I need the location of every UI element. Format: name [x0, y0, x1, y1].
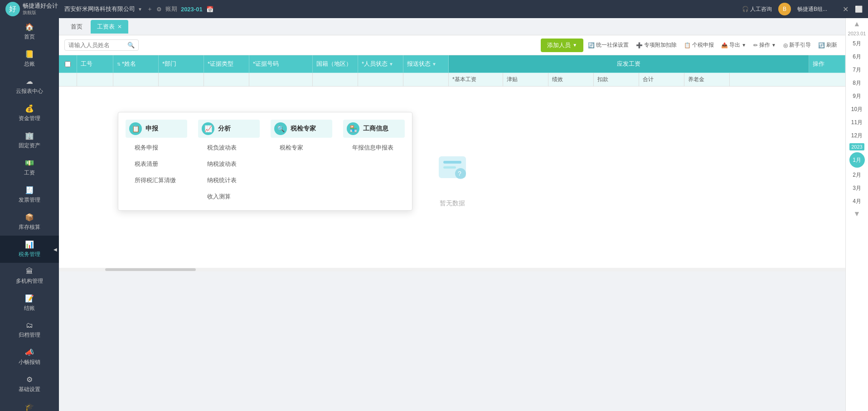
gear-icon[interactable]: ⚙: [156, 6, 162, 13]
special-deduction-button[interactable]: ➕ 专项附加扣除: [633, 39, 679, 51]
support-link[interactable]: 🎧 人工咨询: [742, 5, 772, 13]
guide-button[interactable]: ◎ 新手引导: [781, 39, 814, 51]
dropdown-item-tax-wave[interactable]: 纳税波动表: [198, 158, 260, 170]
tab-bar: 首页 工资表 ✕: [59, 18, 845, 35]
guide-btn-icon: ◎: [783, 42, 788, 48]
export-button[interactable]: 📤 导出 ▼: [718, 39, 749, 51]
th-dept-label: *部门: [162, 60, 176, 68]
tab-salary[interactable]: 工资表 ✕: [91, 20, 128, 34]
tab-home-label: 首页: [71, 23, 82, 31]
date-month-10[interactable]: 10月: [846, 103, 868, 116]
th-nation-label: 国籍（地区）: [316, 60, 352, 68]
company-selector[interactable]: 西安虾米网络科技有限公司 ▼: [64, 5, 142, 13]
date-month-12[interactable]: 12月: [846, 129, 868, 142]
date-month-4[interactable]: 4月: [846, 195, 868, 208]
export-arrow-icon: ▼: [742, 43, 746, 48]
scrollbar-area[interactable]: [59, 268, 845, 271]
add-person-button[interactable]: 添加人员 ▼: [541, 39, 583, 52]
sidebar-label-home: 首页: [24, 33, 35, 41]
date-month-6[interactable]: 6月: [846, 50, 868, 63]
sidebar-item-salary[interactable]: 💵 工资: [0, 154, 59, 181]
tax-report-button[interactable]: 📋 个税申报: [681, 39, 717, 51]
th-name: ⇅ *姓名: [113, 55, 159, 73]
social-insurance-button[interactable]: 🔄 统一社保设置: [585, 39, 631, 51]
date-prev-icon[interactable]: ▲: [852, 18, 863, 30]
export-label: 导出: [729, 41, 740, 49]
th-action: 操作: [809, 55, 845, 73]
app-logo: 好 畅捷通好会计 旗舰版: [5, 2, 60, 16]
date-month-7[interactable]: 7月: [846, 63, 868, 77]
date-month-11[interactable]: 11月: [846, 116, 868, 129]
sidebar-item-multiorg[interactable]: 🏛 多机构管理: [0, 263, 59, 290]
th-checkbox[interactable]: [59, 55, 77, 73]
th-report-filter-icon[interactable]: ▼: [432, 62, 436, 67]
refresh-button[interactable]: 🔃 刷新: [815, 39, 840, 51]
search-input[interactable]: [68, 42, 127, 48]
sidebar-item-assets[interactable]: 🏢 固定资产: [0, 127, 59, 154]
sub-th-blank8: [358, 73, 403, 86]
dropdown-item-tax-expert[interactable]: 税检专家: [271, 141, 332, 154]
th-status-filter-icon[interactable]: ▼: [389, 62, 393, 67]
sidebar-arrow-icon: ◀: [53, 247, 57, 252]
sidebar-label-assets: 固定资产: [19, 142, 40, 150]
dropdown-item-tax-report[interactable]: 税务申报: [126, 141, 187, 154]
add-person-label: 添加人员: [547, 41, 571, 49]
dropdown-item-tax-stat[interactable]: 纳税统计表: [198, 174, 260, 187]
sidebar-item-inventory[interactable]: 📦 库存核算: [0, 208, 59, 236]
close-period-icon: 📝: [25, 294, 34, 303]
date-month-2[interactable]: 2月: [846, 169, 868, 182]
sort-icon: ⇅: [117, 62, 121, 67]
select-all-checkbox[interactable]: [65, 61, 71, 67]
sidebar-item-invoice[interactable]: 🧾 发票管理: [0, 181, 59, 208]
table-subheader: *基本工资 津贴 绩效 扣款 合计 养老金: [59, 73, 845, 87]
settings-icon: ⚙: [26, 375, 33, 384]
sidebar-item-cloud[interactable]: ☁ 云报表中心: [0, 73, 59, 100]
th-status-label: *人员状态: [362, 60, 388, 68]
tab-close-icon[interactable]: ✕: [117, 24, 122, 30]
sidebar-item-tax[interactable]: 📊 税务管理 ◀: [0, 236, 59, 263]
date-next-icon[interactable]: ▼: [852, 208, 863, 220]
th-name-label: *姓名: [122, 60, 136, 68]
scrollbar-thumb[interactable]: [105, 268, 196, 271]
sidebar-item-home[interactable]: 🏠 首页: [0, 18, 59, 45]
sub-th-performance: 绩效: [548, 73, 594, 86]
date-month-1-active[interactable]: 1月: [849, 152, 865, 168]
close-icon[interactable]: ✕: [843, 5, 849, 14]
sidebar-item-fund[interactable]: 💰 资金管理: [0, 100, 59, 127]
tab-home[interactable]: 首页: [64, 20, 89, 34]
sidebar-item-settings[interactable]: ⚙ 基础设置: [0, 371, 59, 398]
plus-icon[interactable]: ＋: [147, 5, 153, 13]
th-payroll-group: 应发工资: [449, 55, 809, 73]
sidebar-label-multiorg: 多机构管理: [16, 277, 43, 285]
sidebar-item-archive[interactable]: 🗂 归档管理: [0, 317, 59, 343]
calendar-icon[interactable]: 📅: [206, 6, 213, 13]
dropdown-item-tax-burden[interactable]: 税负波动表: [198, 141, 260, 154]
date-month-5[interactable]: 5月: [846, 37, 868, 50]
dropdown-item-tax-calc[interactable]: 所得税汇算清缴: [126, 174, 187, 187]
th-id-label: 工号: [81, 60, 92, 68]
sub-th-blank4: [159, 73, 204, 86]
dropdown-item-annual-report[interactable]: 年报信息申报表: [343, 141, 405, 154]
sub-th-blank9: [403, 73, 449, 86]
avatar[interactable]: B: [778, 3, 791, 15]
date-month-3[interactable]: 3月: [846, 182, 868, 195]
cloud-icon: ☁: [26, 77, 33, 86]
dropdown-item-tax-table[interactable]: 税表清册: [126, 158, 187, 170]
period-value: 2023-01: [181, 6, 203, 13]
operate-button[interactable]: ✏ 操作 ▼: [751, 39, 779, 51]
dropdown-item-income-calc[interactable]: 收入测算: [198, 190, 260, 203]
th-cert-type: *证据类型: [204, 55, 249, 73]
sidebar-item-close[interactable]: 📝 结账: [0, 290, 59, 317]
svg-rect-1: [443, 161, 461, 164]
sidebar-item-expense[interactable]: 📣 小畅报销: [0, 343, 59, 371]
export-icon: 📤: [721, 42, 728, 48]
date-month-8[interactable]: 8月: [846, 77, 868, 90]
date-month-9[interactable]: 9月: [846, 90, 868, 103]
sidebar-label-salary: 工资: [24, 169, 35, 177]
chevron-down-icon: ▼: [138, 7, 142, 12]
sidebar-item-ledger[interactable]: 📒 总账: [0, 45, 59, 73]
sidebar-item-guide[interactable]: 🎓 新手引导: [0, 398, 59, 411]
maximize-icon[interactable]: ⬜: [855, 5, 863, 13]
search-box[interactable]: 🔍: [64, 39, 139, 51]
username: 畅捷通B组...: [797, 5, 827, 13]
